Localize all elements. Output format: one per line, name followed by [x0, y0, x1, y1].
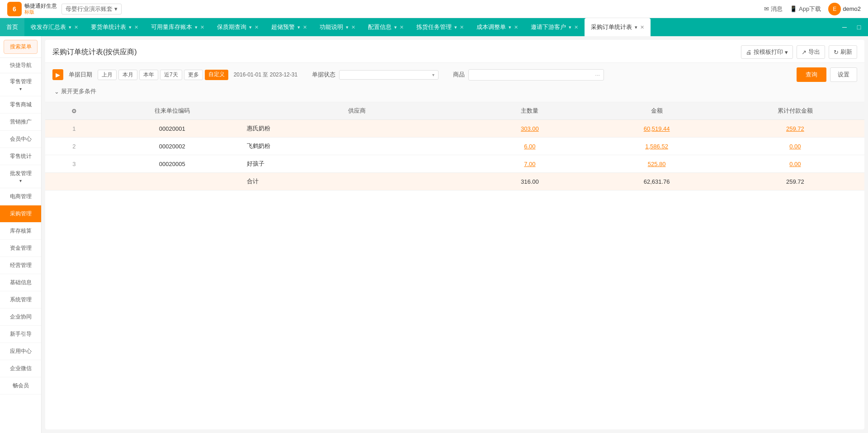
tab-close-icon[interactable]: ✕ [351, 24, 355, 30]
table-header-row: ⚙ 往来单位编码 供应商 主数量 金额 累计付款金额 [45, 102, 864, 120]
cell-paid: 0.00 [726, 155, 864, 173]
tab-goods-stat[interactable]: 要货单统计表 ▾ ✕ [85, 18, 145, 36]
nav-minimize-button[interactable]: ─ [839, 22, 850, 33]
cell-supplier: 好孩子 [241, 155, 472, 173]
sidebar-item-retail[interactable]: 零售管理 ▾ [0, 73, 41, 96]
page-content: 采购订单统计表(按供应商) 🖨 按模板打印 ▾ ↗ 导出 ↻ 刷新 [45, 40, 864, 429]
goods-input[interactable]: ··· [468, 69, 604, 81]
workspace-selector[interactable]: 母婴行业演示账套 ▾ [61, 4, 122, 14]
sidebar-item-purchase[interactable]: 采购管理 [0, 205, 41, 223]
sidebar-item-enterprise[interactable]: 企业协同 [0, 309, 41, 326]
tab-purchase-stat[interactable]: 采购订单统计表 ▾ ✕ [585, 18, 651, 36]
sidebar-item-enterprise-wechat[interactable]: 企业微信 [0, 360, 41, 377]
tab-cost-adjust[interactable]: 成本调整单 ▾ ✕ [470, 18, 524, 36]
th-paid: 累计付款金额 [726, 102, 864, 120]
tab-close-icon[interactable]: ✕ [134, 24, 138, 30]
date-preset-more[interactable]: 更多 [184, 70, 203, 80]
tab-warranty[interactable]: 保质期查询 ▾ ✕ [211, 18, 265, 36]
sidebar-item-retail-shop[interactable]: 零售商城 [0, 96, 41, 114]
cell-code: 00020002 [103, 138, 241, 155]
tab-over-stock[interactable]: 超储预警 ▾ ✕ [265, 18, 313, 36]
sidebar-item-member[interactable]: 会员中心 [0, 131, 41, 148]
chevron-down-icon: ▾ [785, 49, 788, 56]
sidebar-item-operations[interactable]: 经营管理 [0, 257, 41, 274]
sidebar-item-basic[interactable]: 基础信息 [0, 274, 41, 291]
sidebar-item-retail-stat[interactable]: 零售统计 [0, 148, 41, 165]
sidebar-item-quick-nav[interactable]: 快捷导航 [0, 58, 41, 73]
chevron-down-icon: ▾ [509, 24, 511, 30]
sidebar-item-system[interactable]: 系统管理 [0, 291, 41, 309]
export-button[interactable]: ↗ 导出 [797, 45, 825, 59]
cell-supplier: 惠氏奶粉 [241, 120, 472, 138]
tab-close-icon[interactable]: ✕ [400, 24, 404, 30]
th-amount: 金额 [587, 102, 726, 120]
main-layout: 搜索菜单 快捷导航 零售管理 ▾ 零售商城 营销推广 会员中心 零售统计 批发管… [0, 36, 868, 433]
sidebar-item-ecommerce[interactable]: 电商管理 [0, 188, 41, 205]
sidebar-item-marketing[interactable]: 营销推广 [0, 114, 41, 131]
logo-text: 畅捷通好生意 标版 [24, 3, 57, 15]
filter-toggle-button[interactable]: ▶ [52, 69, 63, 80]
refresh-button[interactable]: ↻ 刷新 [829, 45, 857, 59]
cell-amount: 60,519.44 [587, 120, 726, 138]
settings-button[interactable]: 设置 [830, 67, 857, 82]
tab-close-icon[interactable]: ✕ [460, 24, 464, 30]
tab-collect-pay[interactable]: 收发存汇总表 ▾ ✕ [24, 18, 85, 36]
query-button[interactable]: 查询 [797, 67, 826, 82]
search-menu-button[interactable]: 搜索菜单 [4, 40, 38, 54]
tab-pick-task[interactable]: 拣货任务管理 ▾ ✕ [410, 18, 470, 36]
date-preset-this-month[interactable]: 本月 [118, 70, 137, 80]
tab-home[interactable]: 首页 [0, 18, 24, 36]
tab-close-icon[interactable]: ✕ [303, 24, 307, 30]
cell-qty: 7.00 [472, 155, 587, 173]
tab-close-icon[interactable]: ✕ [74, 24, 78, 30]
query-actions: 查询 设置 [797, 67, 857, 82]
message-icon: ✉ [764, 5, 769, 12]
page-title: 采购订单统计表(按供应商) [52, 48, 137, 57]
th-gear[interactable]: ⚙ [45, 102, 103, 120]
nav-maximize-button[interactable]: □ [854, 22, 864, 33]
chevron-down-icon: ▾ [394, 24, 397, 30]
footer-amount: 62,631.76 [587, 173, 726, 190]
tab-close-icon[interactable]: ✕ [574, 24, 578, 30]
custom-date-badge: 自定义 [205, 70, 228, 80]
table-row[interactable]: 2 00020002 飞鹤奶粉 6.00 1,586.52 0.00 [45, 138, 864, 155]
tab-func-desc[interactable]: 功能说明 ▾ ✕ [313, 18, 362, 36]
tab-close-icon[interactable]: ✕ [514, 24, 518, 30]
sidebar-item-inventory[interactable]: 库存核算 [0, 223, 41, 240]
sidebar-item-app-center[interactable]: 应用中心 [0, 343, 41, 360]
tab-close-icon[interactable]: ✕ [255, 24, 259, 30]
date-preset-last-month[interactable]: 上月 [98, 70, 117, 80]
tab-close-icon[interactable]: ✕ [640, 24, 644, 30]
status-filter-group: 单据状态 ▾ [312, 70, 439, 80]
date-filter-label: 单据日期 [69, 71, 92, 79]
cell-code: 00020005 [103, 155, 241, 173]
template-print-button[interactable]: 🖨 按模板打印 ▾ [741, 45, 793, 59]
tab-config-info[interactable]: 配置信息 ▾ ✕ [362, 18, 410, 36]
table-row[interactable]: 1 00020001 惠氏奶粉 303.00 60,519.44 259.72 [45, 120, 864, 138]
sidebar: 搜索菜单 快捷导航 零售管理 ▾ 零售商城 营销推广 会员中心 零售统计 批发管… [0, 36, 42, 433]
date-preset-7days[interactable]: 近7天 [160, 70, 182, 80]
status-select[interactable]: ▾ [339, 70, 439, 80]
user-area[interactable]: E demo2 [828, 3, 861, 15]
chevron-down-icon: ▾ [569, 24, 571, 30]
date-preset-this-year[interactable]: 本年 [139, 70, 158, 80]
tab-invite-customer[interactable]: 邀请下游客户 ▾ ✕ [524, 18, 585, 36]
expand-more-button[interactable]: ⌄ 展开更多条件 [54, 87, 96, 95]
message-button[interactable]: ✉ 消息 [764, 5, 783, 13]
goods-filter-group: 商品 ··· [453, 69, 604, 81]
th-qty: 主数量 [472, 102, 587, 120]
sidebar-item-member2[interactable]: 畅会员 [0, 377, 41, 395]
sidebar-item-finance[interactable]: 资金管理 [0, 240, 41, 257]
tab-stock-ledger[interactable]: 可用量库存账本 ▾ ✕ [145, 18, 211, 36]
app-download-button[interactable]: 📱 App下载 [790, 5, 821, 13]
cell-qty: 303.00 [472, 120, 587, 138]
table-footer-row: 合计 316.00 62,631.76 259.72 [45, 173, 864, 190]
chevron-down-icon: ▾ [19, 86, 22, 91]
right-arrow-icon: ▶ [56, 71, 60, 78]
table-row[interactable]: 3 00020005 好孩子 7.00 525.80 0.00 [45, 155, 864, 173]
nav-tabs: 首页 收发存汇总表 ▾ ✕ 要货单统计表 ▾ ✕ 可用量库存账本 ▾ ✕ 保质期… [0, 18, 868, 36]
tab-close-icon[interactable]: ✕ [200, 24, 204, 30]
sidebar-item-new-guide[interactable]: 新手引导 [0, 326, 41, 343]
footer-label: 合计 [241, 173, 472, 190]
sidebar-item-wholesale[interactable]: 批发管理 ▾ [0, 165, 41, 188]
